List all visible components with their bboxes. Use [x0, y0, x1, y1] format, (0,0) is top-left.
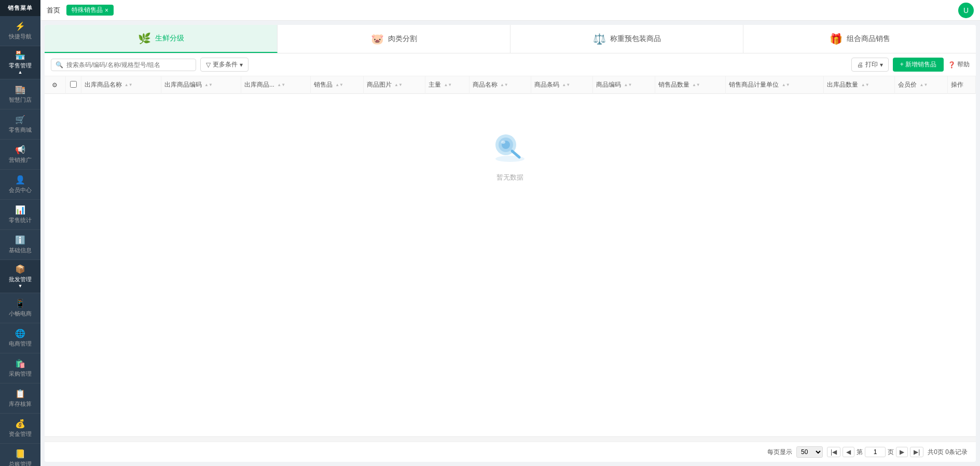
sidebar-item-finance-mgmt[interactable]: 💰 资金管理	[0, 414, 40, 444]
sidebar-item-general-ledger[interactable]: 📒 总账管理	[0, 444, 40, 466]
basic-info-icon: ℹ️	[15, 235, 25, 245]
settings-icon[interactable]: ⚙	[52, 81, 58, 89]
sort-icon: ▲▼	[920, 83, 928, 87]
retail-mall-icon: 🛒	[15, 115, 25, 125]
chevron-down-icon: ▲	[18, 70, 23, 75]
toolbar: 🔍 ▽ 更多条件 ▾ 🖨 打印 ▾ + 新增销售品 ❓ 帮助	[45, 53, 976, 76]
sidebar-item-retail-mall[interactable]: 🛒 零售商城	[0, 109, 40, 140]
empty-state: 暂无数据	[45, 94, 976, 213]
home-link[interactable]: 首页	[47, 6, 60, 15]
add-button[interactable]: + 新增销售品	[893, 58, 944, 72]
per-page-select[interactable]: 50 10 20 100	[796, 446, 823, 458]
mini-ecomm-icon: 📱	[15, 298, 25, 308]
sidebar-item-label: 基础信息	[9, 246, 32, 254]
wholesale-mgmt-icon: 📦	[15, 264, 25, 274]
sidebar-item-label: 资金管理	[9, 430, 32, 438]
tab-meat-cut[interactable]: 🐷 肉类分割	[278, 25, 510, 53]
col-checkbox[interactable]	[65, 76, 81, 94]
col-out-code[interactable]: 出库商品编码 ▲▼	[161, 76, 241, 94]
col-product-img[interactable]: 商品图片 ▲▼	[363, 76, 425, 94]
col-out-qty[interactable]: 出库品数量 ▲▼	[824, 76, 895, 94]
sidebar-item-inventory[interactable]: 📋 库存核算	[0, 383, 40, 414]
sidebar-item-purchase-mgmt[interactable]: 🛍️ 采购管理	[0, 353, 40, 383]
sidebar-item-member-center[interactable]: 👤 会员中心	[0, 170, 40, 200]
horizontal-scrollbar[interactable]	[45, 436, 976, 442]
fresh-grade-icon: 🌿	[138, 32, 151, 45]
sidebar-item-retail-stats[interactable]: 📊 零售统计	[0, 200, 40, 230]
sidebar-item-wholesale-mgmt[interactable]: 📦 批发管理 ▼	[0, 260, 40, 293]
filter-button[interactable]: ▽ 更多条件 ▾	[200, 58, 249, 72]
prev-page-button[interactable]: ◀	[843, 447, 854, 457]
category-tabs: 🌿 生鲜分级 🐷 肉类分割 ⚖️ 称重预包装商品 🎁 组合商品销售	[45, 25, 976, 53]
sort-icon: ▲▼	[444, 83, 452, 87]
col-product-code2[interactable]: 商品编码 ▲▼	[593, 76, 655, 94]
col-product-name[interactable]: 商品名称 ▲▼	[469, 76, 531, 94]
select-all-checkbox[interactable]	[70, 81, 77, 88]
sort-icon: ▲▼	[861, 83, 869, 87]
tab-combo-sales[interactable]: 🎁 组合商品销售	[743, 25, 976, 53]
tab-label: 称重预包装商品	[610, 34, 661, 44]
last-page-button[interactable]: ▶|	[910, 447, 923, 457]
col-member-price[interactable]: 会员价 ▲▼	[895, 76, 948, 94]
col-settings[interactable]: ⚙	[45, 76, 65, 94]
col-out-name[interactable]: 出库商品名称 ▲▼	[81, 76, 161, 94]
col-barcode[interactable]: 商品条码 ▲▼	[531, 76, 592, 94]
sidebar-item-label: 总账管理	[9, 460, 32, 466]
member-center-icon: 👤	[15, 175, 25, 185]
tab-weight-pack[interactable]: ⚖️ 称重预包装商品	[510, 25, 743, 53]
col-main-weight[interactable]: 主量 ▲▼	[425, 76, 470, 94]
search-box[interactable]: 🔍	[51, 59, 196, 71]
sidebar-item-label: 库存核算	[9, 400, 32, 408]
current-tab-label: 特殊销售品	[72, 6, 103, 15]
retail-stats-icon: 📊	[15, 205, 25, 215]
sidebar-item-sales-promo[interactable]: 📢 营销推广	[0, 140, 40, 170]
finance-mgmt-icon: 💰	[15, 419, 25, 429]
breadcrumb: 首页 特殊销售品 ×	[47, 5, 114, 16]
help-button[interactable]: ❓ 帮助	[948, 60, 970, 69]
close-tab-button[interactable]: ×	[105, 7, 108, 14]
add-label: + 新增销售品	[900, 60, 936, 69]
tab-fresh-grade[interactable]: 🌿 生鲜分级	[45, 25, 278, 53]
col-sales-qty[interactable]: 销售品数量 ▲▼	[655, 76, 726, 94]
sidebar-item-retail-mgmt[interactable]: 🏪 零售管理 ▲	[0, 46, 40, 79]
tab-label: 肉类分割	[388, 34, 417, 44]
chevron-down-icon: ▼	[18, 283, 23, 289]
print-button[interactable]: 🖨 打印 ▾	[851, 58, 889, 72]
avatar[interactable]: U	[958, 3, 974, 18]
sidebar-item-label: 小畅电商	[9, 310, 32, 318]
retail-mgmt-icon: 🏪	[15, 50, 25, 60]
general-ledger-icon: 📒	[15, 449, 25, 459]
search-input[interactable]	[66, 61, 191, 68]
next-page-button[interactable]: ▶	[896, 447, 908, 457]
sort-icon: ▲▼	[624, 83, 632, 87]
sidebar-item-quick-nav[interactable]: ⚡ 快捷导航	[0, 16, 40, 46]
first-page-button[interactable]: |◀	[827, 447, 840, 457]
quick-nav-icon: ⚡	[15, 21, 25, 31]
sidebar-item-label: 智慧门店	[9, 96, 32, 104]
sidebar-item-smart-store[interactable]: 🏬 智慧门店	[0, 79, 40, 109]
sort-icon: ▲▼	[277, 83, 285, 87]
print-label: 打印	[865, 60, 878, 69]
page-input[interactable]	[865, 447, 886, 457]
filter-label: 更多条件	[213, 60, 238, 69]
tab-label: 组合商品销售	[847, 34, 890, 44]
col-sales-item[interactable]: 销售品 ▲▼	[310, 76, 363, 94]
sidebar-item-mini-ecomm[interactable]: 📱 小畅电商	[0, 293, 40, 323]
sidebar-item-label: 零售管理	[9, 62, 32, 70]
sort-icon: ▲▼	[204, 83, 213, 87]
sidebar-item-ecomm-mgmt[interactable]: 🌐 电商管理	[0, 323, 40, 353]
ecomm-mgmt-icon: 🌐	[15, 328, 25, 338]
sidebar-item-label: 零售统计	[9, 216, 32, 224]
sidebar-item-basic-info[interactable]: ℹ️ 基础信息	[0, 230, 40, 260]
current-tab-tag[interactable]: 特殊销售品 ×	[66, 5, 114, 16]
filter-icon: ▽	[206, 61, 211, 68]
per-page-label: 每页显示	[767, 448, 792, 457]
help-label: 帮助	[957, 60, 970, 69]
inventory-icon: 📋	[15, 389, 25, 399]
sidebar-item-label: 营销推广	[9, 156, 32, 164]
sort-icon: ▲▼	[500, 83, 508, 87]
empty-icon	[489, 125, 531, 167]
smart-store-icon: 🏬	[15, 85, 25, 94]
col-out-spec[interactable]: 出库商品... ▲▼	[241, 76, 310, 94]
col-sales-unit[interactable]: 销售商品计量单位 ▲▼	[726, 76, 824, 94]
